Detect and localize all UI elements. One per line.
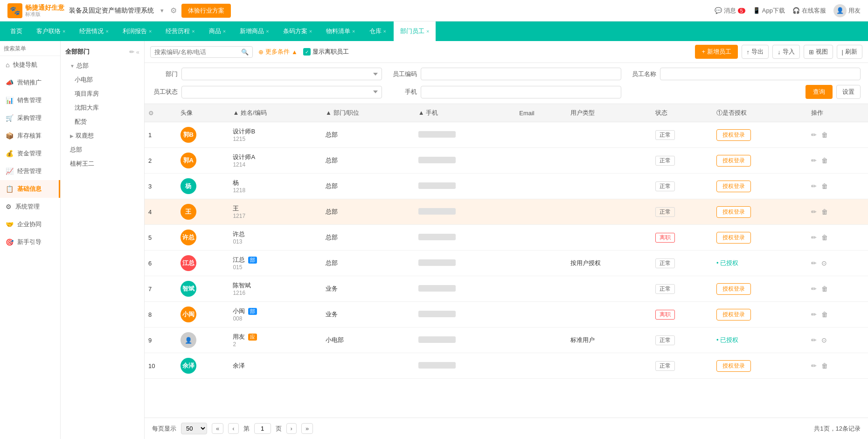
sidebar-item-basic-info[interactable]: 📋 基础信息 <box>0 180 60 198</box>
close-icon[interactable]: × <box>426 28 429 34</box>
sidebar-item-inventory[interactable]: 📦 库存核算 <box>0 127 60 145</box>
close-icon[interactable]: × <box>266 28 269 34</box>
reset-button[interactable]: 设置 <box>836 85 861 99</box>
tab-employees[interactable]: 部门员工 × <box>394 21 436 41</box>
dept-item-zhishu[interactable]: 植树王二 <box>61 157 144 171</box>
col-settings[interactable]: ⚙ <box>145 104 177 122</box>
next-page-button[interactable]: › <box>286 423 297 434</box>
prev-page-button[interactable]: ‹ <box>228 423 238 434</box>
edit-icon[interactable]: ✏ <box>811 259 817 267</box>
dept-item-hq-parent[interactable]: ▼ 总部 <box>61 59 144 73</box>
dept-select[interactable] <box>181 68 382 80</box>
add-employee-button[interactable]: + 新增员工 <box>695 45 737 59</box>
tab-product[interactable]: 商品 × <box>202 21 232 41</box>
auth-button[interactable]: 授权登录 <box>716 360 751 372</box>
close-icon[interactable]: × <box>192 28 194 34</box>
auth-button[interactable]: 授权登录 <box>716 129 751 141</box>
last-page-button[interactable]: » <box>301 423 313 434</box>
auth-button[interactable]: 授权登录 <box>716 155 751 167</box>
app-download-item[interactable]: 📱 App下载 <box>753 7 785 15</box>
close-icon[interactable]: × <box>352 28 355 34</box>
edit-icon[interactable]: ✏ <box>811 285 817 293</box>
auth-button[interactable]: 授权登录 <box>716 283 751 295</box>
message-item[interactable]: 💬 消息 5 <box>715 7 745 15</box>
employee-code-input[interactable] <box>421 68 621 80</box>
tab-barcode[interactable]: 条码方案 × <box>277 21 319 41</box>
collapse-icon[interactable]: « <box>136 49 139 56</box>
export-button[interactable]: ↑ 导出 <box>742 45 769 59</box>
edit-icon[interactable]: ✏ <box>811 131 817 139</box>
col-dept-position[interactable]: ▲ 部门/职位 <box>322 104 415 122</box>
sidebar-item-finance[interactable]: 💰 资金管理 <box>0 145 60 162</box>
import-button[interactable]: ↓ 导入 <box>772 45 800 59</box>
print-button[interactable]: | 刷新 <box>837 45 862 59</box>
search-input[interactable] <box>154 49 238 56</box>
page-input[interactable] <box>254 423 271 434</box>
query-button[interactable]: 查询 <box>806 85 833 99</box>
sidebar-item-marketing[interactable]: 📣 营销推广 <box>0 74 60 91</box>
user-item[interactable]: 👤 用友 <box>833 4 861 17</box>
phone-input[interactable] <box>421 86 621 98</box>
dept-item-shenyang[interactable]: 沈阳大库 <box>61 101 144 115</box>
close-icon[interactable]: × <box>309 28 312 34</box>
delete-icon[interactable]: 🗑 <box>821 157 828 164</box>
copy-icon[interactable]: ⊙ <box>821 336 827 344</box>
sidebar-item-sales[interactable]: 📊 销售管理 <box>0 91 60 109</box>
trial-button[interactable]: 体验行业方案 <box>181 4 231 18</box>
close-icon[interactable]: × <box>223 28 226 34</box>
col-phone[interactable]: ▲ 手机 <box>415 104 515 122</box>
col-name-code[interactable]: ▲ 姓名/编码 <box>229 104 322 122</box>
settings-gear-icon[interactable]: ⚙ <box>148 110 154 117</box>
auth-button[interactable]: 授权登录 <box>716 232 751 244</box>
delete-icon[interactable]: 🗑 <box>821 362 828 369</box>
dept-item-small-elec[interactable]: 小电部 <box>61 73 144 87</box>
sidebar-item-system[interactable]: ⚙ 系统管理 <box>0 198 60 216</box>
delete-icon[interactable]: 🗑 <box>821 208 828 216</box>
tab-operation-status[interactable]: 经营情况 × <box>73 21 115 41</box>
auth-button[interactable]: 授权登录 <box>716 181 751 192</box>
dept-item-project-storage[interactable]: 项目库房 <box>61 87 144 101</box>
dept-tree-header[interactable]: 全部部门 ✏ « <box>61 45 144 59</box>
edit-icon[interactable]: ✏ <box>811 182 817 190</box>
close-icon[interactable]: × <box>105 28 108 34</box>
tab-profit-report[interactable]: 利润报告 × <box>116 21 158 41</box>
delete-icon[interactable]: 🗑 <box>821 182 828 190</box>
first-page-button[interactable]: « <box>212 423 223 434</box>
edit-icon[interactable]: ✏ <box>811 336 817 344</box>
tab-bom[interactable]: 物料清单 × <box>319 21 361 41</box>
edit-icon[interactable]: ✏ <box>811 362 817 369</box>
edit-icon[interactable]: ✏ <box>811 157 817 164</box>
delete-icon[interactable]: 🗑 <box>821 285 828 293</box>
delete-icon[interactable]: 🗑 <box>821 131 828 139</box>
more-conditions[interactable]: ⊕ 更多条件 ▲ <box>258 48 298 56</box>
close-icon[interactable]: × <box>62 28 65 34</box>
edit-icon[interactable]: ✏ <box>129 49 134 56</box>
per-page-select[interactable]: 50 100 200 <box>181 423 207 434</box>
dept-item-distribution[interactable]: 配货 <box>61 115 144 129</box>
edit-icon[interactable]: ✏ <box>811 234 817 241</box>
status-select[interactable] <box>181 86 382 98</box>
close-icon[interactable]: × <box>383 28 386 34</box>
edit-icon[interactable]: ✏ <box>811 208 817 216</box>
dept-item-hq[interactable]: 总部 <box>61 143 144 157</box>
copy-icon[interactable]: ⊙ <box>821 259 827 267</box>
view-button[interactable]: ⊞ 视图 <box>804 45 833 59</box>
sidebar-item-operation[interactable]: 📈 经营管理 <box>0 162 60 180</box>
tab-home[interactable]: 首页 <box>4 21 29 41</box>
auth-button[interactable]: 授权登录 <box>716 309 751 321</box>
sidebar-item-quick-nav[interactable]: ⌂ 快捷导航 <box>0 56 60 74</box>
settings-icon[interactable]: ⚙ <box>170 6 177 15</box>
tab-add-product[interactable]: 新增商品 × <box>233 21 275 41</box>
auth-button[interactable]: 授权登录 <box>716 206 751 218</box>
online-service-item[interactable]: 🎧 在线客服 <box>792 7 826 15</box>
dept-item-shuanglu[interactable]: ▶ 双鹿想 <box>61 129 144 143</box>
sidebar-item-purchase[interactable]: 🛒 采购管理 <box>0 109 60 127</box>
sidebar-item-guide[interactable]: 🎯 新手引导 <box>0 233 60 251</box>
close-icon[interactable]: × <box>149 28 152 34</box>
delete-icon[interactable]: 🗑 <box>821 311 828 318</box>
show-resigned-checkbox[interactable]: ✓ 显示离职员工 <box>303 48 349 56</box>
edit-icon[interactable]: ✏ <box>811 311 817 318</box>
tab-warehouse[interactable]: 仓库 × <box>363 21 393 41</box>
tab-business-history[interactable]: 经营历程 × <box>159 21 201 41</box>
tab-customer[interactable]: 客户联络 × <box>30 21 72 41</box>
